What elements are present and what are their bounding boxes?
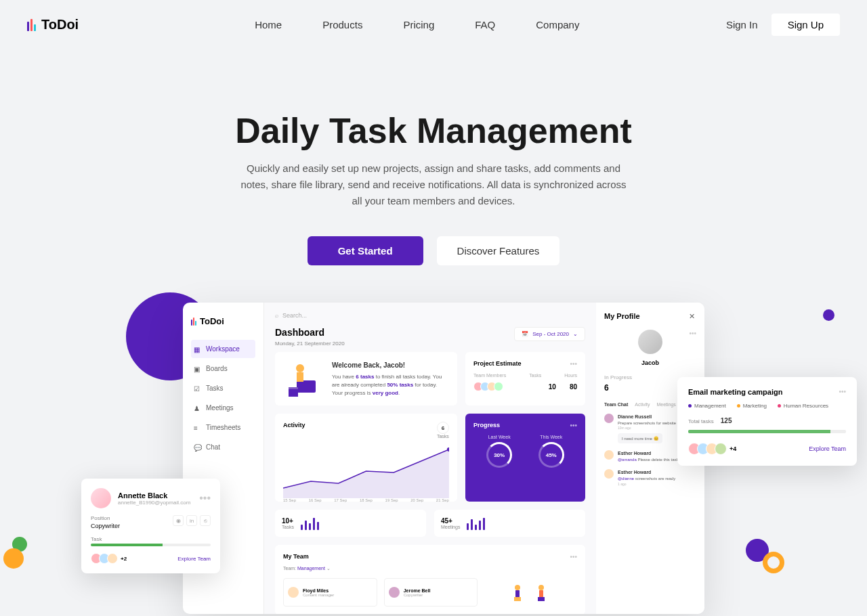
mockup-main: ⌕Search... Dashboard Monday, 21 Septembe… bbox=[264, 303, 596, 614]
logo[interactable]: ToDoi bbox=[27, 17, 79, 32]
mockup-logo: ToDoi bbox=[191, 316, 255, 326]
svg-rect-11 bbox=[538, 597, 545, 601]
app-mockup: ToDoi ▦Workspace ▣Boards ☑Tasks ♟Meeting… bbox=[183, 303, 704, 614]
sidebar-meetings: ♟Meetings bbox=[191, 399, 255, 417]
explore-team-link: Explore Team bbox=[809, 445, 846, 452]
progress-card: Progress••• Last Week30% This Week45% bbox=[465, 414, 585, 502]
calendar-icon: 📅 bbox=[522, 331, 528, 337]
chevron-down-icon: ⌄ bbox=[573, 331, 578, 337]
team-avatars bbox=[688, 443, 727, 455]
sidebar-tasks: ☑Tasks bbox=[191, 379, 255, 397]
sidebar-boards: ▣Boards bbox=[191, 359, 255, 378]
svg-rect-10 bbox=[539, 590, 543, 597]
nav-pricing[interactable]: Pricing bbox=[403, 19, 434, 30]
nav-products[interactable]: Products bbox=[322, 19, 362, 30]
team-illustration bbox=[484, 578, 577, 607]
decorative-circle bbox=[823, 309, 834, 321]
welcome-card: Welcome Back, Jacob! You have 6 tasks to… bbox=[275, 352, 457, 405]
svg-rect-8 bbox=[514, 597, 521, 601]
more-icon: ••• bbox=[570, 553, 577, 560]
svg-rect-2 bbox=[297, 372, 303, 382]
nav-home[interactable]: Home bbox=[255, 19, 282, 30]
dashboard-date: Monday, 21 September 2020 bbox=[275, 340, 345, 347]
svg-rect-0 bbox=[297, 380, 316, 393]
more-icon: ••• bbox=[570, 422, 577, 429]
chevron-down-icon: ⌄ bbox=[326, 566, 331, 571]
progress-bar bbox=[688, 430, 846, 433]
chat-tab: Team Chat bbox=[604, 402, 628, 407]
meetings-stat: 45+Meetings bbox=[434, 510, 585, 537]
more-icon: ••• bbox=[689, 330, 696, 337]
svg-rect-4 bbox=[289, 387, 298, 389]
logo-icon bbox=[27, 19, 36, 31]
dashboard-title: Dashboard bbox=[275, 327, 345, 338]
team-avatars bbox=[91, 553, 118, 564]
illustration bbox=[283, 360, 324, 397]
brand-name: ToDoi bbox=[41, 17, 79, 32]
tasks-stat: 10+Tasks bbox=[275, 510, 426, 537]
svg-point-1 bbox=[296, 364, 304, 372]
nav-faq[interactable]: FAQ bbox=[475, 19, 495, 30]
social-icons: ◉in⎋ bbox=[173, 515, 211, 526]
close-icon: ✕ bbox=[689, 312, 695, 321]
more-icon: ••• bbox=[199, 492, 211, 504]
estimate-card: Project Estimate••• Team MembersTasksHou… bbox=[465, 352, 585, 405]
welcome-greeting: Welcome Back, Jacob! bbox=[332, 360, 449, 370]
svg-point-9 bbox=[538, 585, 544, 590]
search-icon: ⌕ bbox=[275, 312, 278, 319]
nav-company[interactable]: Company bbox=[536, 19, 579, 30]
more-icon: ••• bbox=[570, 360, 577, 368]
signup-button[interactable]: Sign Up bbox=[771, 14, 840, 36]
hero-title: Daily Task Management bbox=[0, 110, 867, 151]
team-member: Floyd MilesContent manager bbox=[283, 578, 377, 607]
activity-card: Activity 6Tasks 15 Sep16 Sep17 Sep18 Sep… bbox=[275, 414, 457, 502]
more-icon: ••• bbox=[839, 388, 846, 396]
progress-bar bbox=[91, 544, 211, 546]
mini-chart bbox=[301, 516, 319, 530]
sidebar-chat: 💬Chat bbox=[191, 438, 255, 456]
discover-features-button[interactable]: Discover Features bbox=[437, 236, 560, 265]
date-range-picker: 📅 Sep - Oct 2020 ⌄ bbox=[514, 327, 585, 341]
hero-subtitle: Quickly and easily set up new projects, … bbox=[237, 160, 630, 209]
campaign-float-card: Email marketing campaign••• Management M… bbox=[677, 377, 857, 466]
meetings-tab: Meetings bbox=[656, 402, 675, 407]
team-avatars bbox=[473, 382, 503, 391]
profile-float-card: Annette Blackannette_B1990@yopmail.com •… bbox=[81, 479, 220, 573]
sidebar-workspace: ▦Workspace bbox=[191, 340, 255, 358]
mini-chart bbox=[467, 516, 485, 530]
my-team-card: My Team••• Team: Management ⌄ Floyd Mile… bbox=[275, 545, 585, 614]
decorative-circle bbox=[3, 548, 24, 569]
get-started-button[interactable]: Get Started bbox=[308, 236, 423, 265]
svg-rect-3 bbox=[289, 389, 298, 397]
chat-reply: I need more time 😊 bbox=[618, 433, 662, 443]
avatar bbox=[91, 488, 111, 508]
svg-rect-7 bbox=[515, 590, 520, 597]
signin-link[interactable]: Sign In bbox=[726, 19, 758, 30]
sidebar-timesheets: ≡Timesheets bbox=[191, 418, 255, 437]
main-nav: Home Products Pricing FAQ Company bbox=[255, 19, 579, 30]
profile-avatar bbox=[638, 330, 662, 354]
svg-point-6 bbox=[515, 585, 520, 590]
chat-message: Esther Howard@dianne screenshots are rea… bbox=[604, 469, 696, 486]
search-bar: ⌕Search... bbox=[275, 312, 585, 319]
explore-team-link: Explore Team bbox=[177, 556, 211, 562]
logo-icon bbox=[191, 317, 196, 326]
activity-tab: Activity bbox=[635, 402, 650, 407]
team-member: Jerome BellCopywriter bbox=[384, 578, 478, 607]
